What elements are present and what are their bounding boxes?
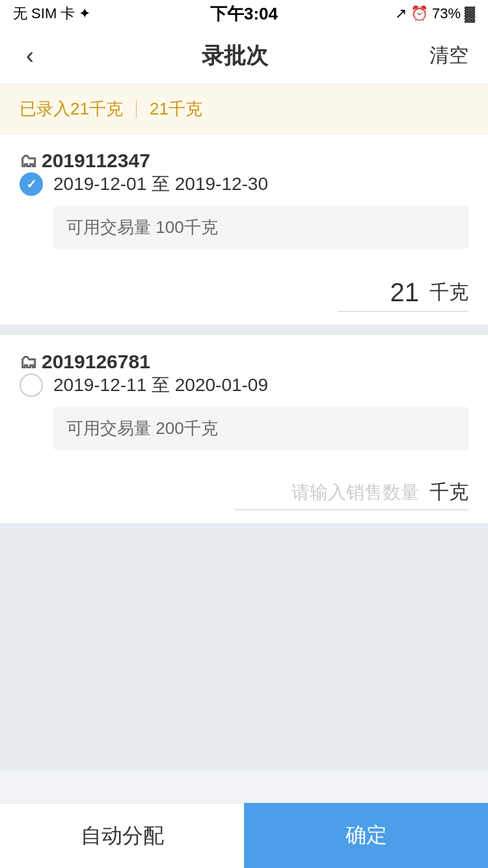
info-divider <box>136 100 137 118</box>
info-label: 已录入21千克 <box>20 98 123 120</box>
auto-distribute-label: 自动分配 <box>81 822 164 850</box>
page-title: 录批次 <box>202 41 268 71</box>
section-divider <box>0 325 488 335</box>
info-value: 21千克 <box>150 98 202 120</box>
clear-button[interactable]: 清空 <box>429 42 468 69</box>
quantity-underline-1 <box>338 311 468 312</box>
confirm-label: 确定 <box>346 821 387 850</box>
batch-id-2: 🗂 2019126781 <box>20 351 468 373</box>
alarm-icon: ⏰ <box>411 5 428 22</box>
confirm-button[interactable]: 确定 <box>244 803 488 868</box>
auto-distribute-button[interactable]: 自动分配 <box>0 803 244 868</box>
quantity-placeholder-2[interactable]: 请输入销售数量 <box>291 480 419 505</box>
info-banner: 已录入21千克 21千克 <box>0 85 488 134</box>
status-right: ↗ ⏰ 73% ▓ <box>395 5 475 22</box>
quantity-row-2: 请输入销售数量 千克 <box>0 466 488 523</box>
battery-icon: ▓ <box>465 5 475 22</box>
batch-id-1: 🗂 2019112347 <box>20 150 468 172</box>
availability-1: 可用交易量 100千克 <box>53 206 468 249</box>
quantity-underline-2 <box>234 509 468 510</box>
batch-item-2: 🗂 2019126781 2019-12-11 至 2020-01-09 可用交… <box>0 335 488 466</box>
batch-item-1: 🗂 2019112347 2019-12-01 至 2019-12-30 可用交… <box>0 134 488 265</box>
batch-date-1: 2019-12-01 至 2019-12-30 <box>53 172 268 197</box>
batch-id-text-1: 2019112347 <box>42 150 150 172</box>
radio-2[interactable] <box>20 373 43 397</box>
quantity-section-2: 请输入销售数量 千克 <box>0 466 488 523</box>
content-wrapper: 🗂 2019112347 2019-12-01 至 2019-12-30 可用交… <box>0 134 488 835</box>
quantity-section-1: 21 千克 <box>0 265 488 325</box>
batch-date-row-1: 2019-12-01 至 2019-12-30 <box>20 172 468 197</box>
sim-label: 无 SIM 卡 ✦ <box>13 4 90 23</box>
doc-icon-1: 🗂 <box>20 150 38 172</box>
back-button[interactable]: ‹ <box>20 36 40 76</box>
battery-label: 73% <box>432 5 461 22</box>
location-icon: ↗ <box>395 5 407 22</box>
footer: 自动分配 确定 <box>0 803 488 868</box>
status-time: 下午3:04 <box>210 3 278 25</box>
doc-icon-2: 🗂 <box>20 351 38 373</box>
batch-date-2: 2019-12-11 至 2020-01-09 <box>53 373 268 398</box>
batch-id-text-2: 2019126781 <box>42 351 150 373</box>
status-left: 无 SIM 卡 ✦ <box>13 4 90 23</box>
nav-bar: ‹ 录批次 清空 <box>0 27 488 85</box>
quantity-value-1: 21 <box>390 278 420 307</box>
bottom-area <box>0 523 488 770</box>
quantity-unit-1: 千克 <box>429 279 468 306</box>
radio-1[interactable] <box>20 172 43 196</box>
availability-2: 可用交易量 200千克 <box>53 407 468 450</box>
batch-date-row-2: 2019-12-11 至 2020-01-09 <box>20 373 468 398</box>
quantity-unit-2: 千克 <box>429 479 468 506</box>
quantity-row-1: 21 千克 <box>0 265 488 325</box>
status-bar: 无 SIM 卡 ✦ 下午3:04 ↗ ⏰ 73% ▓ <box>0 0 488 27</box>
